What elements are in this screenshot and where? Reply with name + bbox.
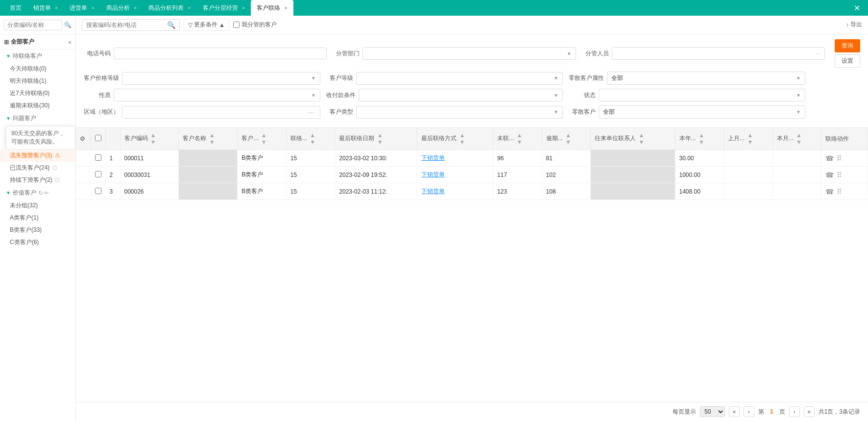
action-phone-icon[interactable]: ☎ (825, 188, 834, 196)
cell-last-date: 2023-02-09 19:52: (335, 167, 417, 183)
filter-region-select[interactable]: ··· (122, 106, 320, 119)
pending-contact-arrow: ▼ (6, 53, 11, 59)
sidebar-item-class-c[interactable]: C类客户(6) (0, 236, 75, 248)
filter-region-dots[interactable]: ··· (306, 108, 316, 116)
nav-tab-customer-tier[interactable]: 客户分层经营 × (197, 0, 251, 16)
nav-tab-purchase[interactable]: 进货单 × (64, 0, 100, 16)
col-last-contact-method[interactable]: 最后联络方式 ▲▼ (417, 128, 493, 150)
sidebar-item-overdue[interactable]: 逾期未联络(30) (0, 99, 75, 112)
close-all-button[interactable]: ✕ (850, 3, 864, 13)
sidebar-item-lost[interactable]: 已流失客户(24) ⓘ (0, 162, 75, 174)
select-all-checkbox[interactable] (95, 135, 101, 141)
cell-this-year: 1000.00 (675, 167, 724, 183)
nav-tab-sales[interactable]: 销货单 × (27, 0, 64, 16)
filter-phone-input[interactable] (114, 48, 327, 59)
col-customer-type[interactable]: 客户... ▲▼ (238, 128, 287, 150)
sidebar-item-week[interactable]: 近7天待联络(0) (0, 87, 75, 99)
sidebar-collapse-icon[interactable]: « (68, 39, 72, 46)
sidebar-item-class-a[interactable]: A类客户(1) (0, 212, 75, 224)
last-page-button[interactable]: » (804, 406, 815, 417)
more-filters-button[interactable]: ▽ 更多条件 ▲ (184, 19, 229, 31)
sidebar-item-ungrouped[interactable]: 未分组(32) (0, 199, 75, 212)
nav-tab-analysis-close[interactable]: × (134, 5, 137, 11)
filter-payment-select[interactable]: ▼ (359, 89, 563, 101)
col-contact[interactable]: 联络... ▲▼ (286, 128, 335, 150)
filter-person-select[interactable]: ··· (612, 47, 825, 60)
row-checkbox[interactable] (95, 154, 101, 161)
nav-tab-customer-contact[interactable]: 客户联络 × (251, 0, 293, 16)
last-method-link[interactable]: 下销货单 (421, 188, 445, 195)
filter-price-level-select[interactable]: ▼ (122, 72, 320, 85)
filter-region-label: 区域（地区） (84, 108, 119, 116)
prev-page-button[interactable]: ‹ (744, 406, 754, 417)
search-query-button[interactable]: 查询 (835, 39, 860, 52)
filter-customer-type-select[interactable]: ▼ (356, 106, 563, 119)
cell-this-year: 30.00 (675, 150, 724, 167)
sidebar-item-predicted-lost[interactable]: 流失预警客户(3) ⚠ (0, 149, 75, 162)
settings-button[interactable]: 设置 (835, 54, 860, 68)
col-this-year[interactable]: 本年... ▲▼ (675, 128, 724, 150)
nav-tab-analysis-list-close[interactable]: × (188, 5, 191, 11)
filter-actions: 查询 设置 (835, 39, 860, 68)
action-more-icon[interactable]: ⠿ (837, 154, 842, 162)
sidebar-group-problem-customers[interactable]: ▼ 问题客户 (0, 112, 75, 125)
col-overdue[interactable]: 逾期... ▲▼ (542, 128, 591, 150)
search-input[interactable] (86, 22, 167, 28)
filter-payment-label: 收付款条件 (326, 91, 356, 99)
search-button[interactable]: 🔍 (167, 21, 175, 29)
filter-retail-customer-select[interactable]: 全部 ▼ (599, 105, 805, 119)
sidebar-item-tomorrow[interactable]: 明天待联络(1) (0, 75, 75, 87)
sidebar-search-input[interactable] (4, 20, 62, 30)
filter-price-level-label: 客户价格等级 (84, 74, 119, 82)
action-phone-icon[interactable]: ☎ (825, 154, 834, 162)
next-page-button[interactable]: › (789, 406, 800, 417)
action-phone-icon[interactable]: ☎ (825, 171, 834, 179)
nav-tab-analysis[interactable]: 商品分析 × (100, 0, 143, 16)
export-button[interactable]: ↑ 导出 (846, 21, 862, 29)
filter-row-1: 电话号码 分管部门 ▼ 分管人员 ··· (84, 39, 860, 68)
sidebar-item-declining[interactable]: 持续下滑客户(2) ⓘ (0, 174, 75, 186)
nav-tab-customer-tier-close[interactable]: × (242, 5, 245, 11)
row-checkbox[interactable] (95, 171, 101, 177)
sidebar-group-pending-contact[interactable]: ▼ 待联络客户 (0, 50, 75, 63)
filter-customer-level-select[interactable]: ▼ (356, 72, 563, 85)
nav-tab-customer-contact-close[interactable]: × (284, 5, 287, 11)
filter-price-level: 客户价格等级 ▼ (84, 72, 320, 85)
nav-tab-sales-close[interactable]: × (55, 5, 58, 11)
sidebar-group-value-customers[interactable]: ▼ 价值客户 ↻ ✏ (0, 186, 75, 199)
cell-checkbox (91, 167, 105, 183)
col-last-contact-date[interactable]: 最后联络日期 ▲▼ (335, 128, 417, 150)
my-customers-checkbox[interactable] (233, 22, 240, 28)
nav-tab-purchase-close[interactable]: × (91, 5, 94, 11)
col-last-month[interactable]: 上月... ▲▼ (724, 128, 773, 150)
col-uncontacted[interactable]: 未联... ▲▼ (493, 128, 542, 150)
value-customers-refresh-icon[interactable]: ↻ (38, 190, 43, 197)
value-customers-edit-icon[interactable]: ✏ (44, 190, 49, 197)
col-this-month[interactable]: 本月... ▲▼ (772, 128, 821, 150)
col-settings[interactable]: ⚙ (76, 128, 91, 150)
action-more-icon[interactable]: ⠿ (837, 171, 842, 179)
row-checkbox[interactable] (95, 188, 101, 194)
cell-type: B类客户 (238, 167, 287, 183)
filter-status-select[interactable]: ▼ (599, 89, 805, 101)
current-page: 1 (770, 408, 773, 415)
first-page-button[interactable]: « (729, 406, 740, 417)
page-size-select[interactable]: 50 10 20 100 (700, 406, 725, 417)
all-customers-header[interactable]: ⊞ 全部客户 « (0, 35, 75, 50)
col-customer-code[interactable]: 客户编码 ▲▼ (120, 128, 179, 150)
filter-retail-attr-select[interactable]: 全部 ▼ (607, 72, 805, 85)
last-method-link[interactable]: 下销货单 (421, 154, 445, 161)
last-method-link[interactable]: 下销货单 (421, 171, 445, 178)
col-unit-contact[interactable]: 往来单位联系人 ▲▼ (591, 128, 675, 150)
cell-overdue: 108 (542, 183, 591, 200)
col-customer-name[interactable]: 客户名称 ▲▼ (179, 128, 238, 150)
sidebar-search-icon[interactable]: 🔍 (64, 22, 72, 28)
nav-tab-home[interactable]: 首页 (4, 0, 27, 16)
sidebar-item-class-b[interactable]: B类客户(33) (0, 224, 75, 236)
filter-dept-select[interactable]: ▼ (362, 47, 576, 60)
col-this-month-label: 本月... (777, 135, 794, 142)
filter-nature-select[interactable]: ▼ (114, 89, 320, 101)
nav-tab-analysis-list[interactable]: 商品分析列表 × (143, 0, 196, 16)
sidebar-item-today[interactable]: 今天待联络(0) (0, 63, 75, 75)
action-more-icon[interactable]: ⠿ (837, 188, 842, 196)
